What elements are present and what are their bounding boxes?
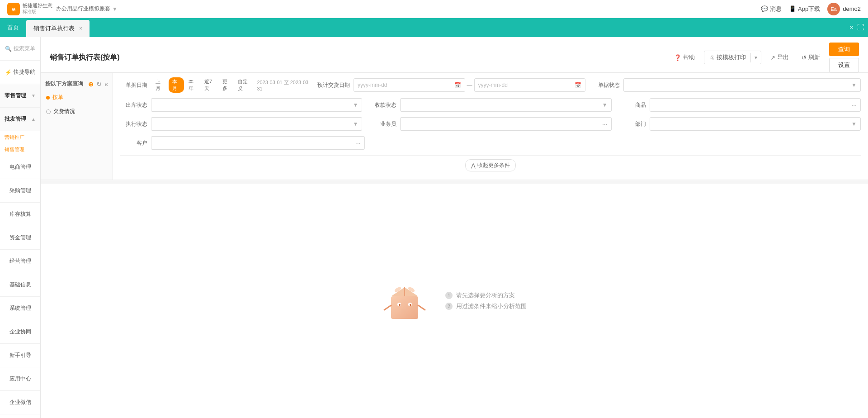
query-button[interactable]: 查询	[829, 43, 859, 56]
filter-customer: 客户 ···	[120, 136, 365, 150]
step-2-text: 用过滤条件来缩小分析范围	[456, 302, 527, 310]
print-main[interactable]: 🖨 按模板打印	[704, 51, 750, 64]
sidebar-app-center[interactable]: 应用中心	[0, 367, 40, 391]
sidebar-inventory[interactable]: 库存核算	[0, 203, 40, 226]
sidebar-operations-label: 经营管理	[9, 257, 31, 265]
tab-sales-exec-label: 销售订单执行表	[33, 24, 75, 33]
sidebar-search-label: 搜索菜单	[14, 45, 35, 52]
exec-status-icon: ▼	[353, 121, 358, 127]
sidebar-retail-arrow: ▼	[31, 93, 36, 98]
sidebar-wholesale-header[interactable]: 批发管理 ▲	[0, 108, 40, 131]
sidebar-search[interactable]: 🔍 搜索菜单	[0, 37, 40, 61]
scheme-active-dot	[46, 96, 50, 100]
sidebar-retail-header[interactable]: 零售管理 ▼	[0, 84, 40, 108]
scheme-header: 按以下方案查询 ⊕ ↻ «	[41, 77, 113, 90]
filter-delivery-status: 出库状态 ▼	[120, 98, 362, 112]
date-btn-7days[interactable]: 近7天	[202, 77, 218, 93]
expected-delivery-label: 预计交货日期	[317, 81, 350, 89]
app-download-action[interactable]: 📱 App下载	[789, 5, 820, 13]
sidebar-enterprise[interactable]: 企业协同	[0, 320, 40, 344]
page-title: 销售订单执行表(按单)	[50, 53, 120, 62]
date-separator: —	[467, 82, 472, 88]
sidebar-new-guide[interactable]: 新手引导	[0, 344, 40, 367]
sidebar-sales-mgmt-label: 销售管理	[5, 146, 24, 153]
username-label[interactable]: demo2	[843, 5, 861, 12]
sidebar-retail-label: 零售管理	[5, 92, 26, 100]
empty-step-1: 1 请先选择要分析的方案	[445, 291, 527, 299]
payment-status-label: 收款状态	[369, 101, 396, 109]
sidebar-enterprise-wechat-label: 企业微信	[9, 399, 31, 406]
status-dropdown[interactable]: ▼	[623, 78, 861, 92]
sidebar-basic-info[interactable]: 基础信息	[0, 273, 40, 297]
export-icon: ↗	[770, 54, 775, 61]
sidebar-app-center-label: 应用中心	[9, 375, 31, 383]
calendar-end-icon: 📅	[575, 82, 581, 88]
sidebar-finance[interactable]: 资金管理	[0, 226, 40, 250]
page-actions: ❓ 帮助 🖨 按模板打印 ▼ ↗ 导出 ↺ 刷新	[670, 43, 859, 72]
delivery-status-dropdown[interactable]: ▼	[151, 98, 362, 112]
settings-button[interactable]: 设置	[829, 58, 859, 72]
tab-fullscreen-btn[interactable]: ⛶	[857, 24, 864, 31]
scheme-item-按单[interactable]: 按单	[41, 90, 113, 104]
tab-sales-exec[interactable]: 销售订单执行表 ×	[26, 20, 90, 37]
message-action[interactable]: 💬 消息	[761, 5, 782, 13]
user-area[interactable]: Ea demo2	[827, 3, 861, 15]
sidebar-enterprise-wechat[interactable]: 企业微信	[0, 391, 40, 414]
breadcrumb-dropdown-icon[interactable]: ▼	[112, 6, 118, 12]
date-end-input[interactable]: yyyy-mm-dd 📅	[474, 78, 586, 92]
date-btn-this-year[interactable]: 本年	[186, 77, 200, 93]
scheme-item-欠货情况[interactable]: 欠货情况	[41, 104, 113, 119]
sidebar-wholesale-label: 批发管理	[5, 115, 26, 123]
header-left: 畅 畅捷通好生意 标准版 办公用品行业模拟账套 ▼	[7, 3, 118, 15]
sidebar-sys-mgmt[interactable]: 系统管理	[0, 297, 40, 320]
delivery-status-label: 出库状态	[120, 101, 147, 109]
payment-status-dropdown[interactable]: ▼	[400, 98, 611, 112]
sidebar-purchase[interactable]: 采购管理	[0, 179, 40, 203]
date-btn-last-month[interactable]: 上月	[153, 77, 167, 93]
help-button[interactable]: ❓ 帮助	[670, 52, 698, 63]
scheme-collapse-icon[interactable]: «	[104, 81, 108, 88]
date-btn-this-month[interactable]: 本月	[169, 77, 184, 93]
filter-dept: 部门 ▼	[619, 117, 861, 131]
tab-bar-actions: × ⛶	[849, 24, 868, 31]
tab-close-all-btn[interactable]: ×	[849, 24, 854, 31]
scheme-add-icon[interactable]: ⊕	[88, 81, 94, 88]
export-button[interactable]: ↗ 导出	[767, 52, 793, 63]
refresh-button[interactable]: ↺ 刷新	[798, 52, 824, 63]
salesperson-input[interactable]: ···	[400, 117, 611, 131]
scheme-refresh-icon[interactable]: ↻	[96, 81, 102, 88]
customer-input[interactable]: ···	[151, 136, 365, 150]
collapse-bar: ⋀ 收起更多条件	[120, 155, 861, 175]
filter-expected-delivery: 预计交货日期 yyyy-mm-dd 📅 — yyyy-mm-dd 📅	[317, 78, 585, 92]
print-dropdown-arrow[interactable]: ▼	[750, 53, 761, 62]
filter-row-3: 执行状态 ▼ 业务员 ··· 部门	[120, 117, 861, 131]
breadcrumb-text: 办公用品行业模拟账套	[56, 5, 110, 13]
date-btn-more[interactable]: 更多	[220, 77, 234, 93]
empty-state: 1 请先选择要分析的方案 2 用过滤条件来缩小分析范围	[41, 184, 868, 418]
app-download-icon: 📱	[789, 5, 796, 12]
logo-text-area: 畅捷通好生意 标准版	[23, 3, 52, 15]
sidebar-quick-nav[interactable]: ⚡ 快捷导航	[0, 61, 40, 84]
sidebar-sales-mgmt[interactable]: 销售管理	[0, 143, 40, 156]
filter-payment-status: 收款状态 ▼	[369, 98, 611, 112]
sidebar-marketing[interactable]: 营销推广	[0, 131, 40, 143]
sidebar-operations[interactable]: 经营管理	[0, 250, 40, 273]
empty-steps: 1 请先选择要分析的方案 2 用过滤条件来缩小分析范围	[445, 291, 527, 310]
dept-dropdown[interactable]: ▼	[650, 117, 861, 131]
query-settings-group: 查询 设置	[829, 43, 859, 72]
date-btn-custom[interactable]: 自定义	[235, 77, 253, 93]
date-start-input[interactable]: yyyy-mm-dd 📅	[354, 78, 465, 92]
sidebar-ecommerce[interactable]: 电商管理	[0, 156, 40, 179]
tab-home[interactable]: 首页	[0, 18, 26, 37]
sidebar-member[interactable]: 畅会员	[0, 414, 40, 418]
dept-icon: ▼	[851, 121, 857, 127]
goods-input[interactable]: ···	[650, 98, 861, 112]
search-icon: 🔍	[5, 46, 12, 52]
svg-point-8	[410, 304, 411, 306]
collapse-button[interactable]: ⋀ 收起更多条件	[465, 159, 516, 171]
exec-status-dropdown[interactable]: ▼	[151, 117, 362, 131]
tab-home-label: 首页	[7, 24, 19, 32]
tab-close-icon[interactable]: ×	[79, 25, 82, 32]
print-button[interactable]: 🖨 按模板打印 ▼	[704, 51, 761, 64]
user-avatar: Ea	[827, 3, 840, 15]
